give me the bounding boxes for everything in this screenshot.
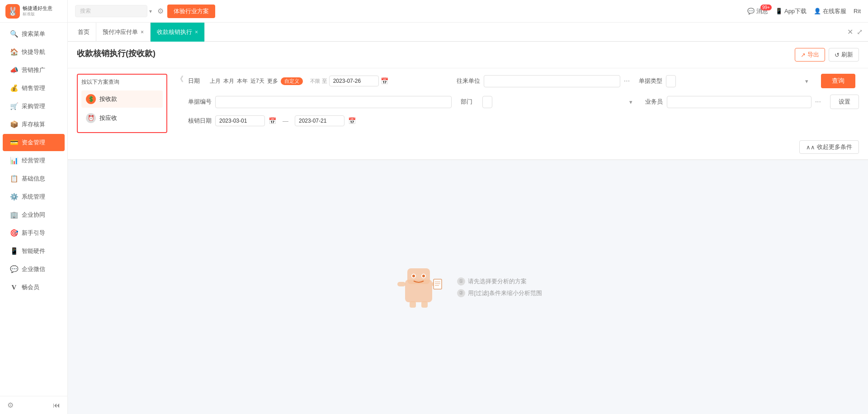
sidebar-item-quick[interactable]: 🏠 快捷导航 [3,43,65,61]
date-shortcuts: 上月 本月 本年 近7天 更多 自定义 [210,77,303,85]
bill-type-select[interactable] [666,75,676,87]
sidebar-item-wechat-label: 企业微信 [22,265,45,273]
chat-icon: 💬 [10,265,18,273]
date-7days[interactable]: 近7天 [250,77,264,85]
receivable-icon: ⏰ [86,113,96,123]
date-this-year[interactable]: 本年 [237,77,248,85]
date-start-calendar-icon[interactable]: 📅 [381,77,388,85]
verify-date-end-cal-icon[interactable]: 📅 [348,117,356,124]
topbar-right: 💬 消息 99+ 📱 App下载 👤 在线客服 Rit [747,7,861,15]
empty-step2: ② 用[过滤]条件来缩小分析范围 [457,289,542,297]
sidebar-item-marketing[interactable]: 📣 营销推广 [3,62,65,79]
logo-sub: 标准版 [23,11,52,17]
app-download-button[interactable]: 📱 App下载 [775,7,807,15]
solution-button[interactable]: 体验行业方案 [167,5,215,18]
filter-row-2: 单据编号 部门 业务员 ··· [188,95,859,109]
sidebar-item-hardware[interactable]: 📱 智能硬件 [3,243,65,260]
sidebar-item-system-label: 系统管理 [22,193,45,201]
setting-button[interactable]: 设置 [830,95,859,109]
counterparty-input[interactable] [484,75,620,87]
dept-label: 部门 [461,98,479,106]
app-label: App下载 [784,7,807,15]
sidebar-item-member[interactable]: V 畅会员 [3,279,65,296]
refresh-button[interactable]: ↺ 刷新 [829,48,859,62]
salesperson-field: 业务员 ··· [645,96,821,108]
app-logo: 🐰 畅捷通好生意 标准版 [0,0,67,23]
verify-date-label: 核销日期 [188,117,212,125]
sidebar-bottom: ⚙ ⏮ [0,396,67,414]
tab-receipt[interactable]: 收款核销执行 × [151,23,205,42]
step2-num: ② [457,289,465,297]
collapse-more-button[interactable]: ∧∧ 收起更多条件 [799,140,859,154]
settings-bottom-icon[interactable]: ⚙ [7,401,14,409]
tab-prepay[interactable]: 预付冲应付单 × [96,23,151,42]
date-last-month[interactable]: 上月 [210,77,221,85]
tab-expand-button[interactable]: ⤢ [857,28,863,36]
export-button[interactable]: ↗ 导出 [795,48,825,62]
refresh-icon: ↺ [835,52,840,58]
empty-step1-label: 请先选择要分析的方案 [468,277,527,286]
message-icon: 💬 [747,8,755,14]
sidebar-item-funds[interactable]: 💳 资金管理 [3,134,65,151]
svg-rect-9 [421,301,428,308]
message-button[interactable]: 💬 消息 99+ [747,7,768,15]
tab-receipt-close-icon[interactable]: × [195,29,198,35]
filter-area: 按以下方案查询 💲 按收款 ⏰ 按应收 《 [68,68,868,138]
tab-receipt-label: 收款核销执行 [157,28,192,36]
home-icon: 🏠 [10,48,18,56]
sidebar-item-inventory[interactable]: 📦 库存核算 [3,116,65,133]
verify-date-field: 核销日期 📅 — 📅 [188,115,859,126]
verify-date-start-input[interactable] [215,115,265,126]
v-icon: V [10,284,18,291]
verify-date-end-input[interactable] [295,115,344,126]
page-title: 收款核销执行(按收款) [77,48,156,65]
topbar-search-box[interactable]: 搜索 [75,5,147,17]
sidebar-item-sales[interactable]: 💰 销售管理 [3,80,65,97]
phone-icon: 📱 [10,247,18,255]
salesperson-input[interactable] [667,96,811,108]
tab-close-button[interactable]: ✕ [847,28,853,36]
query-button[interactable]: 查询 [821,74,855,88]
topbar-gear-icon[interactable]: ⚙ [157,7,164,15]
verify-date-separator: — [283,118,288,124]
empty-illustration [394,264,443,310]
clipboard-icon: 📋 [10,175,18,183]
salesperson-more-icon[interactable]: ··· [815,98,821,106]
empty-step1: ① 请先选择要分析的方案 [457,277,542,286]
user-profile[interactable]: Rit [854,8,861,14]
filter-option-receivable[interactable]: ⏰ 按应收 [81,109,163,127]
collapse-panel-button[interactable]: 《 [176,75,184,84]
date-custom-badge[interactable]: 自定义 [281,77,303,85]
bill-no-field: 单据编号 [188,96,452,108]
box-icon: 📦 [10,120,18,128]
sidebar-item-enterprise[interactable]: 🏢 企业协同 [3,206,65,224]
sidebar-collapse-btn[interactable]: ⏮ [53,401,60,409]
sidebar-item-basic[interactable]: 📋 基础信息 [3,170,65,187]
online-service-button[interactable]: 👤 在线客服 [814,7,846,15]
tab-home[interactable]: 首页 [71,23,96,42]
sidebar-item-guide[interactable]: 🎯 新手引导 [3,224,65,242]
sidebar-item-funds-label: 资金管理 [22,138,45,147]
sidebar-item-purchase[interactable]: 🛒 采购管理 [3,98,65,115]
topbar: 搜索 ▾ ⚙ 体验行业方案 💬 消息 99+ 📱 App下载 👤 在线客服 Ri… [68,0,868,23]
date-start-input[interactable] [329,76,379,86]
filter-option-receipt[interactable]: 💲 按收款 [81,90,163,108]
sidebar-item-search[interactable]: 🔍 搜索菜单 [3,25,65,43]
date-this-month[interactable]: 本月 [223,77,234,85]
date-more[interactable]: 更多 [267,77,278,85]
counterparty-more-icon[interactable]: ··· [624,77,630,85]
bill-no-input[interactable] [215,96,452,108]
sidebar-item-operation[interactable]: 📊 经营管理 [3,152,65,169]
target-icon: 🎯 [10,229,18,237]
dept-select[interactable] [482,96,492,108]
topbar-left: 搜索 ▾ ⚙ 体验行业方案 [75,5,742,18]
sidebar-item-system[interactable]: ⚙️ 系统管理 [3,188,65,205]
bill-type-select-wrap [666,75,812,87]
sidebar: 🐰 畅捷通好生意 标准版 🔍 搜索菜单 🏠 快捷导航 📣 营销推广 💰 销售管理… [0,0,68,414]
dropdown-arrow-icon[interactable]: ▾ [149,8,152,14]
tab-prepay-close-icon[interactable]: × [141,29,144,35]
sidebar-item-wechat[interactable]: 💬 企业微信 [3,261,65,278]
svg-point-4 [412,275,415,277]
verify-date-start-cal-icon[interactable]: 📅 [269,117,276,124]
dept-field: 部门 [461,96,637,108]
